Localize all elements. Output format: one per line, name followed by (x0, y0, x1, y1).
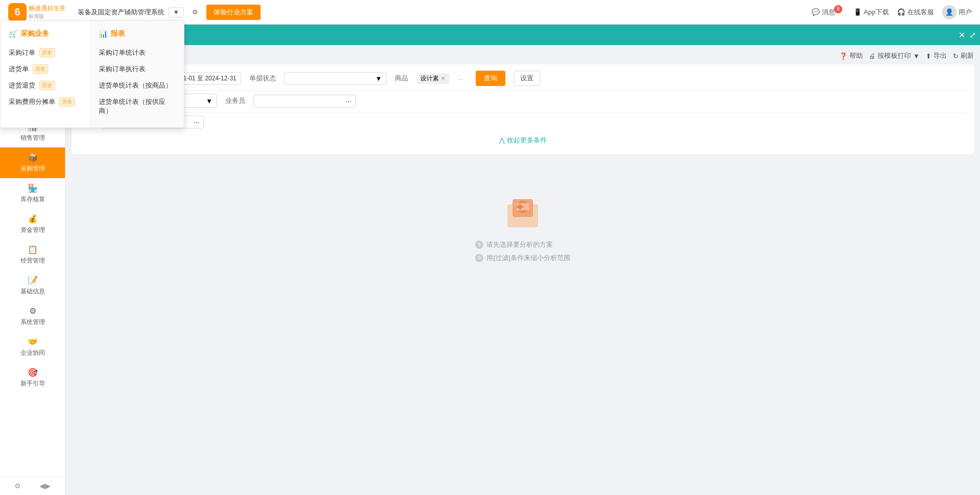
settings-bottom-icon[interactable]: ⚙ (14, 482, 21, 490)
export-icon: ⬆ (926, 52, 931, 60)
collapse-btn[interactable]: ⋀ 收起更多条件 (80, 133, 966, 148)
tab-close-window-icon[interactable]: ✕ (958, 30, 965, 40)
message-badge: 9 (834, 5, 842, 13)
export-btn[interactable]: ⬆ 导出 (926, 51, 947, 60)
empty-icon (497, 189, 548, 230)
dropdown-stock-report-product[interactable]: 进货单统计表（按商品） (99, 77, 176, 94)
report-title-icon: 📊 (99, 30, 108, 38)
product-more-btn[interactable]: ··· (458, 75, 463, 82)
status-label: 单据状态 (249, 74, 276, 83)
guide-icon: 🎯 (28, 368, 38, 377)
system-title: 装备及固定资产辅助管理系统 (78, 8, 164, 17)
filter-row-2: 排名项目 金额 ▼ 业务员 ··· (80, 94, 966, 108)
print-icon: 🖨 (869, 52, 876, 60)
sidebar-bottom: ⚙ ◀▶ (0, 476, 65, 495)
top-right: 💬 消息 9 📱 App下载 🎧 在线客服 👤 用户 (812, 5, 972, 19)
tab-maximize-icon[interactable]: ⤢ (969, 30, 976, 40)
sidebar-item-enterprise[interactable]: 🤝 企业协同 (0, 332, 65, 362)
customer-select-arrow: ··· (194, 118, 199, 126)
rank-select-arrow: ▼ (206, 97, 212, 105)
step-1: ① 请先选择要分析的方案 (475, 238, 570, 251)
message-icon: 💬 (812, 8, 820, 16)
logo-text: 畅捷通好生意 标准版 (29, 5, 66, 19)
refresh-btn[interactable]: ↻ 刷新 (953, 51, 974, 60)
salesperson-label: 业务员 (225, 96, 245, 105)
sidebar-item-label: 采购管理 (20, 164, 45, 173)
collapse-icon: ⋀ (499, 137, 505, 144)
product-tag: 设计素 ✕ (416, 73, 450, 84)
basic-icon: 📝 (28, 275, 38, 285)
sidebar-item-purchase[interactable]: 📦 采购管理 (0, 147, 65, 178)
filter-card: 日期 近7天 更多 自定义 2024-01-01 至 2024-12-31 单据… (72, 64, 974, 154)
step-2: ② 用[过滤]条件来缩小分析范围 (475, 251, 570, 265)
online-service-btn[interactable]: 🎧 在线客服 (897, 8, 934, 17)
sidebar-item-system[interactable]: ⚙ 系统管理 (0, 301, 65, 332)
phone-icon: 📱 (854, 8, 862, 16)
history-tag-4: 历史 (66, 97, 75, 106)
sidebar-item-label: 企业协同 (20, 349, 45, 357)
refresh-icon: ↻ (953, 52, 958, 60)
enterprise-icon: 🤝 (28, 337, 38, 347)
tag-close-icon[interactable]: ✕ (441, 75, 445, 82)
filter-row-1: 日期 近7天 更多 自定义 2024-01-01 至 2024-12-31 单据… (80, 71, 966, 86)
sidebar-item-inventory[interactable]: 🏪 库存核算 (0, 178, 65, 209)
dropdown-stock-return[interactable]: 进货退货 历史 (66, 77, 86, 94)
collapse-sidebar-btn[interactable]: ◀▶ (39, 482, 51, 490)
sidebar-item-basic[interactable]: 📝 基础信息 (0, 270, 65, 301)
filter-row-3: 客户 ··· (80, 116, 966, 128)
message-btn[interactable]: 💬 消息 9 (812, 8, 845, 17)
purchase-col: 🛒 采购业务 采购订单 历史 进货单 历史 进货退货 (66, 29, 86, 119)
industry-btn[interactable]: 体验行业方案 (206, 5, 261, 20)
avatar: 👤 (942, 5, 956, 19)
inventory-icon: 🏪 (28, 183, 38, 193)
headset-icon: 🎧 (897, 8, 905, 16)
help-btn[interactable]: ❓ 帮助 (839, 51, 863, 60)
toolbar: ❓ 帮助 🖨 按模板打印 ▼ ⬆ 导出 ↻ 刷新 (72, 51, 974, 60)
logo-area: 6 畅捷通好生意 标准版 (8, 3, 74, 21)
sidebar-item-label: 经营管理 (20, 256, 45, 265)
report-col: 📊 报表 采购订单统计表 采购订单执行表 进货单统计表（按商品） (90, 25, 184, 127)
step-num-1: ① (475, 241, 483, 249)
salesperson-select-arrow: ··· (346, 97, 351, 105)
sidebar-item-label: 库存核算 (20, 195, 45, 204)
sidebar-item-finance[interactable]: 💰 资金管理 (0, 209, 65, 240)
purchase-title: 🛒 采购业务 (66, 29, 86, 38)
status-select-arrow: ▼ (375, 75, 382, 82)
settings-icon[interactable]: ⚙ (188, 5, 202, 19)
system-icon: ⚙ (29, 306, 36, 316)
step-num-2: ② (475, 254, 483, 262)
salesperson-select[interactable]: ··· (253, 95, 356, 107)
settings-filter-btn[interactable]: 设置 (514, 71, 540, 86)
system-dropdown-btn[interactable]: ▼ (168, 7, 184, 17)
sidebar-item-label: 基础信息 (20, 287, 45, 296)
tab-bar: 首页 销售排行榜 ✕ ✕ ⤢ 🛒 采购业务 (66, 25, 980, 45)
content-body: ❓ 帮助 🖨 按模板打印 ▼ ⬆ 导出 ↻ 刷新 (66, 45, 980, 495)
dropdown-stock-in[interactable]: 进货单 历史 (66, 61, 86, 77)
print-dropdown-icon[interactable]: ▼ (913, 52, 920, 60)
dropdown-purchase-order[interactable]: 采购订单 历史 (66, 45, 86, 61)
content-area: 首页 销售排行榜 ✕ ✕ ⤢ 🛒 采购业务 (66, 25, 980, 495)
search-btn[interactable]: 查询 (476, 71, 505, 86)
app-download-btn[interactable]: 📱 App下载 (854, 8, 889, 17)
finance-icon: 💰 (28, 214, 38, 224)
logo-icon: 6 (8, 3, 27, 21)
product-filter: 设计素 ✕ (416, 73, 450, 84)
dropdown-stock-report-supplier[interactable]: 进货单统计表（按供应商） (99, 94, 176, 119)
status-select[interactable]: ▼ (284, 72, 387, 85)
user-btn[interactable]: 👤 用户 (942, 5, 972, 19)
sidebar-item-label: 资金管理 (20, 226, 45, 234)
sidebar-item-guide[interactable]: 🎯 新手引导 (0, 362, 65, 393)
sidebar-item-operations[interactable]: 📋 经营管理 (0, 240, 65, 270)
purchase-icon: 📦 (28, 153, 38, 162)
top-nav: 装备及固定资产辅助管理系统 ▼ ⚙ 体验行业方案 (78, 5, 261, 20)
dropdown-purchase-expense[interactable]: 采购费用分摊单 历史 (66, 94, 86, 110)
empty-state: ① 请先选择要分析的方案 ② 用[过滤]条件来缩小分析范围 (72, 158, 974, 295)
tab-right-actions: ✕ ⤢ (958, 30, 976, 40)
sidebar-item-label: 销售管理 (20, 134, 45, 142)
print-btn[interactable]: 🖨 按模板打印 ▼ (869, 51, 920, 60)
product-label: 商品 (395, 74, 408, 83)
dropdown-purchase-order-exec[interactable]: 采购订单执行表 (99, 61, 176, 77)
sidebar-item-label: 系统管理 (20, 318, 45, 327)
svg-rect-5 (517, 206, 523, 208)
dropdown-purchase-order-report[interactable]: 采购订单统计表 (99, 45, 176, 61)
